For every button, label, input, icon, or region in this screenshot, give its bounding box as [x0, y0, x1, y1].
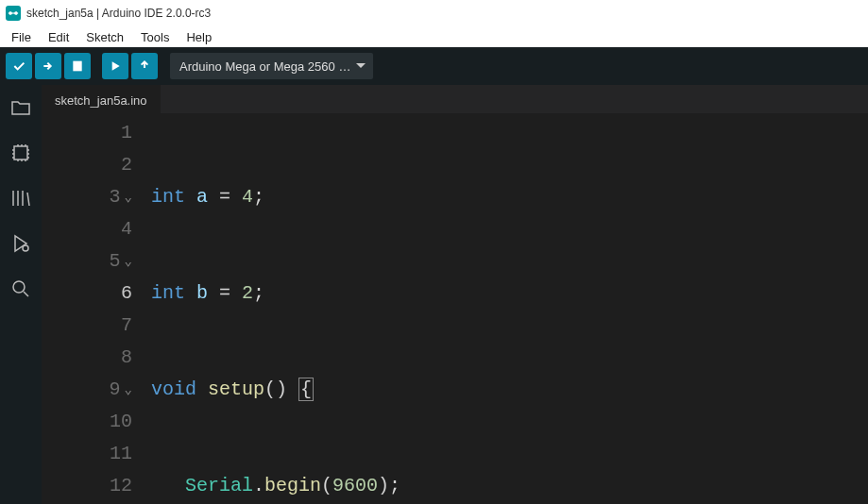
verify-button[interactable] — [6, 53, 32, 79]
workspace: sketch_jan5a.ino 1 2 3⌄ 4 5⌄ 6 7 8 9⌄ 10… — [0, 85, 868, 504]
sidebar — [0, 85, 42, 504]
svg-point-2 — [23, 245, 28, 251]
tab-sketch[interactable]: sketch_jan5a.ino — [42, 85, 161, 113]
line-number: 3 — [93, 181, 121, 213]
svg-rect-1 — [14, 146, 27, 160]
menu-tools[interactable]: Tools — [133, 28, 177, 46]
arduino-app-icon — [6, 6, 21, 21]
folder-icon[interactable] — [4, 91, 38, 125]
line-number: 8 — [104, 342, 132, 374]
code-lines[interactable]: int a = 4; int b = 2; void setup() { Ser… — [145, 113, 868, 504]
code-line: Serial.begin(9600); — [145, 470, 868, 502]
menu-edit[interactable]: Edit — [41, 28, 77, 46]
gutter: 1 2 3⌄ 4 5⌄ 6 7 8 9⌄ 10 11 12 — [42, 113, 145, 504]
titlebar: sketch_jan5a | Arduino IDE 2.0.0-rc3 — [0, 0, 868, 26]
editor-area: sketch_jan5a.ino 1 2 3⌄ 4 5⌄ 6 7 8 9⌄ 10… — [42, 85, 868, 504]
line-number: 12 — [104, 470, 132, 502]
toolbar: Arduino Mega or Mega 2560 … — [0, 47, 868, 85]
fold-chevron-icon[interactable]: ⌄ — [125, 181, 132, 213]
line-number: 2 — [104, 149, 132, 181]
line-number: 6 — [104, 277, 132, 310]
boards-manager-icon[interactable] — [4, 136, 38, 170]
board-selector-label: Arduino Mega or Mega 2560 … — [179, 59, 350, 74]
search-icon[interactable] — [4, 272, 38, 306]
debug-icon[interactable] — [4, 227, 38, 260]
menu-file[interactable]: File — [4, 28, 39, 46]
fold-chevron-icon[interactable]: ⌄ — [125, 374, 132, 406]
board-selector[interactable]: Arduino Mega or Mega 2560 … — [170, 53, 373, 79]
line-number: 9 — [93, 374, 121, 406]
line-number: 10 — [104, 406, 132, 438]
code-line: int a = 4; — [145, 181, 868, 213]
menu-help[interactable]: Help — [179, 28, 219, 46]
new-sketch-button[interactable] — [64, 53, 91, 79]
debug-button[interactable] — [102, 53, 128, 79]
window-title: sketch_jan5a | Arduino IDE 2.0.0-rc3 — [26, 7, 211, 20]
menubar: File Edit Sketch Tools Help — [0, 26, 868, 47]
code-line: int b = 2; — [145, 277, 868, 310]
svg-rect-0 — [73, 61, 81, 72]
line-number: 5 — [93, 245, 121, 277]
code-line: void setup() { — [145, 374, 868, 406]
menu-sketch[interactable]: Sketch — [78, 28, 131, 46]
line-number: 4 — [104, 213, 132, 245]
tabbar: sketch_jan5a.ino — [42, 85, 868, 113]
line-number: 1 — [104, 117, 132, 149]
line-number: 11 — [104, 438, 132, 470]
code-editor[interactable]: 1 2 3⌄ 4 5⌄ 6 7 8 9⌄ 10 11 12 int a = 4;… — [42, 113, 868, 504]
open-button[interactable] — [131, 53, 158, 79]
line-number: 7 — [104, 310, 132, 342]
library-manager-icon[interactable] — [4, 181, 38, 215]
fold-chevron-icon[interactable]: ⌄ — [125, 245, 132, 277]
upload-button[interactable] — [35, 53, 61, 79]
tab-label: sketch_jan5a.ino — [55, 93, 147, 108]
svg-point-3 — [13, 281, 25, 293]
